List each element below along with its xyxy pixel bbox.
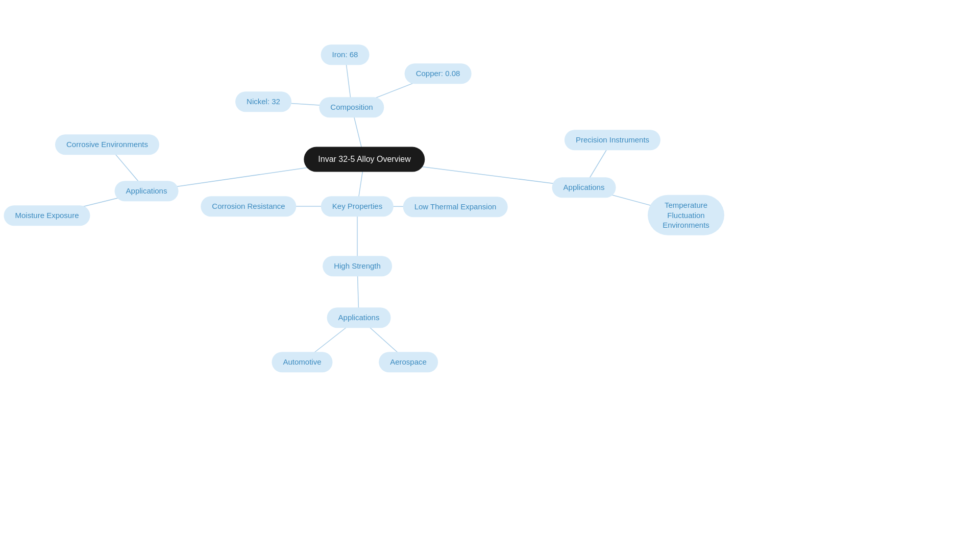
- corrosive-env-node: Corrosive Environments: [55, 134, 159, 155]
- key-properties-node: Key Properties: [321, 196, 394, 217]
- nickel-node: Nickel: 32: [235, 91, 291, 112]
- applications-left-node: Applications: [115, 181, 179, 201]
- center-node: Invar 32-5 Alloy Overview: [304, 147, 425, 172]
- moisture-exp-node: Moisture Exposure: [4, 205, 90, 226]
- copper-node: Copper: 0.08: [405, 63, 472, 84]
- composition-node: Composition: [319, 97, 384, 117]
- low-thermal-node: Low Thermal Expansion: [403, 197, 508, 217]
- precision-instruments-node: Precision Instruments: [565, 130, 660, 150]
- temp-fluct-node: Temperature Fluctuation Environments: [648, 195, 724, 235]
- applications-bottom-node: Applications: [327, 307, 391, 328]
- applications-right-node: Applications: [552, 177, 616, 198]
- iron-node: Iron: 68: [321, 44, 370, 65]
- corrosion-resistance-node: Corrosion Resistance: [201, 196, 296, 217]
- high-strength-node: High Strength: [323, 256, 392, 276]
- automotive-node: Automotive: [272, 352, 332, 372]
- aerospace-node: Aerospace: [379, 352, 438, 372]
